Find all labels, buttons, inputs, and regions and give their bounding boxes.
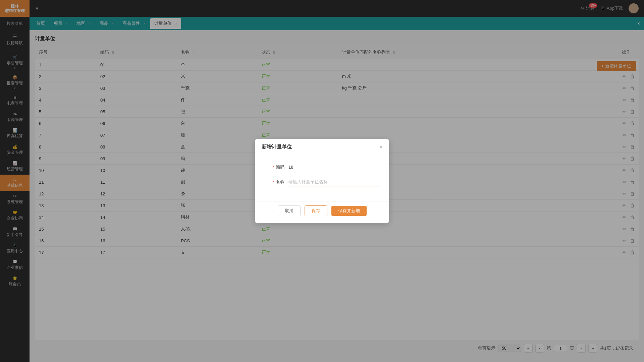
name-field-row: 名称 xyxy=(264,178,380,186)
cancel-button[interactable]: 取消 xyxy=(278,205,301,216)
save-new-button[interactable]: 保存并新增 xyxy=(331,206,367,216)
modal-header: 新增计量单位 × xyxy=(255,139,389,155)
code-input[interactable] xyxy=(288,163,380,171)
code-label: 编码 xyxy=(264,164,284,170)
modal-close-button[interactable]: × xyxy=(379,144,382,150)
modal-footer: 取消 保存 保存并新增 xyxy=(255,201,389,223)
name-label: 名称 xyxy=(264,179,284,185)
modal-body: 编码 名称 xyxy=(255,155,389,201)
save-button[interactable]: 保存 xyxy=(305,205,327,216)
modal-title: 新增计量单位 xyxy=(262,144,292,150)
name-input[interactable] xyxy=(288,178,380,186)
modal-overlay: 新增计量单位 × 编码 名称 取消 保存 保存并新增 xyxy=(0,0,644,362)
add-unit-modal: 新增计量单位 × 编码 名称 取消 保存 保存并新增 xyxy=(255,139,389,223)
code-field-row: 编码 xyxy=(264,163,380,171)
